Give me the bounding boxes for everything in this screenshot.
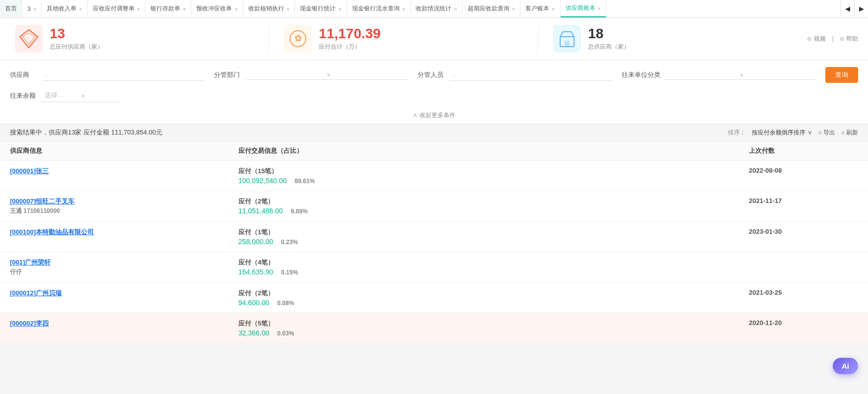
transaction-amount: 100,092,540.00	[238, 177, 287, 185]
table-row: [000001]张三 应付（15笔） 100,092,540.00 89.61%…	[0, 161, 868, 191]
last-payment-cell: 2021-11-17	[749, 197, 858, 204]
col-header-transaction: 应付交易信息（占比）	[238, 146, 749, 155]
table-body: [000001]张三 应付（15笔） 100,092,540.00 89.61%…	[0, 161, 868, 343]
nav-item-overdue-ar[interactable]: 超期应收款查询 ×	[463, 0, 520, 17]
query-button[interactable]: 查询	[825, 67, 858, 83]
nav-item-prepaid-ar[interactable]: 预收冲应收单 ×	[191, 0, 243, 17]
transaction-cell: 应付（1笔） 258,000.00 0.23%	[238, 228, 749, 246]
table-header: 供应商信息 应付交易信息（占比） 上次付数	[0, 141, 868, 161]
table-row: [000012]广州贝瑞 应付（2笔） 94,600.00 0.08% 2021…	[0, 283, 868, 313]
stat-block-payable-suppliers: 13 总应付供应商（家）	[10, 25, 269, 53]
close-icon[interactable]: ×	[79, 6, 82, 12]
chevron-down-icon: ∨	[740, 72, 812, 77]
supplier-info-cell: [000007]恒旺二手叉车 王通 17106110000	[10, 197, 238, 215]
result-bar: 搜索结果中，供应商13家 应付金额 111,703,854.00元 排序： 按应…	[0, 124, 868, 141]
close-icon[interactable]: ×	[454, 6, 457, 12]
stat-block-total-suppliers: 18 总供应商（家）	[538, 25, 807, 53]
nav-item-ar-ap-adjust[interactable]: 应收应付调整单 ×	[88, 0, 145, 17]
nav-item-other-income[interactable]: 其他收入单 ×	[42, 0, 87, 17]
stat-number-suppliers: 18	[588, 26, 630, 42]
close-icon[interactable]: ×	[338, 6, 341, 12]
transaction-cell: 应付（4笔） 164,635.90 0.15%	[238, 258, 749, 276]
supplier-link[interactable]: [000012]广州贝瑞	[10, 289, 62, 297]
refresh-button[interactable]: ○ 刷新	[841, 129, 858, 137]
export-button[interactable]: ○ 导出	[818, 129, 835, 137]
transaction-pct: 0.15%	[281, 269, 298, 276]
balance-select[interactable]: 选择... ∨	[42, 89, 121, 102]
divider: ｜	[830, 35, 836, 43]
transaction-amount: 32,366.00	[238, 329, 269, 337]
last-payment-date: 2021-11-17	[749, 197, 782, 204]
close-icon[interactable]: ×	[402, 6, 405, 12]
category-select[interactable]: ∨	[664, 70, 816, 80]
wheat-icon: ✿	[284, 25, 312, 53]
transaction-amount: 258,000.00	[238, 238, 273, 246]
stat-block-payable-total: ✿ 11,170.39 应付合计（万）	[269, 25, 538, 53]
last-payment-cell: 2023-01-30	[749, 228, 858, 235]
person-label: 分管人员	[418, 70, 445, 79]
nav-item-customer-ledger[interactable]: 客户账本 ×	[520, 0, 560, 17]
balance-field: 往来余额 选择... ∨	[10, 89, 139, 102]
transaction-amount: 94,600.00	[238, 299, 269, 307]
supplier-name: [000012]广州贝瑞	[10, 289, 238, 298]
nav-item-bank-deposit[interactable]: 银行存款单 ×	[145, 0, 191, 17]
chevron-down-icon: ∨	[327, 72, 405, 77]
close-icon[interactable]: ×	[33, 6, 36, 12]
last-payment-date: 2021-03-25	[749, 289, 782, 296]
supplier-name: [000100]本特勤油品有限公司	[10, 228, 238, 237]
nav-arrow-left[interactable]: ◀	[840, 0, 854, 17]
supplier-contact: 王通 17106110000	[10, 207, 238, 215]
svg-rect-5	[565, 41, 570, 47]
nav-item-supplier-ledger[interactable]: 供应商账本 ×	[561, 0, 606, 17]
table-row: [000002]李四 应付（5笔） 32,366.00 0.03% 2020-1…	[0, 313, 868, 343]
nav-item-cash-bank-stat[interactable]: 现金银行统计 ×	[295, 0, 347, 17]
close-icon[interactable]: ×	[287, 6, 289, 12]
supplier-info-cell: [000012]广州贝瑞	[10, 289, 238, 298]
search-row-2: 往来余额 选择... ∨	[10, 89, 858, 102]
search-row-1: 供应商 分管部门 ∨ 分管人员 往来单位分类 ∨ 查询	[10, 67, 858, 83]
transaction-cell: 应付（2笔） 11,051,486.00 9.89%	[238, 197, 749, 215]
balance-placeholder: 选择...	[45, 91, 81, 100]
help-link[interactable]: ⊙ 帮助	[840, 35, 858, 43]
result-actions: 排序： 按应付余额倒序排序 ∨ ○ 导出 ○ 刷新	[728, 129, 858, 137]
supplier-link[interactable]: [000002]李四	[10, 320, 49, 327]
supplier-info-cell: [000002]李四	[10, 319, 238, 328]
close-icon[interactable]: ×	[183, 6, 186, 12]
nav-item-receipt-stat[interactable]: 收款情况统计 ×	[411, 0, 462, 17]
supplier-link[interactable]: [000001]张三	[10, 167, 49, 175]
close-icon[interactable]: ×	[137, 6, 140, 12]
diamond-icon	[15, 25, 43, 53]
nav-item-home[interactable]: 首页	[0, 0, 22, 17]
stat-text-payable-suppliers: 13 总应付供应商（家）	[50, 26, 103, 51]
close-icon[interactable]: ×	[234, 6, 237, 12]
supplier-link[interactable]: [001]广州荣轩	[10, 259, 51, 266]
collapse-button[interactable]: ∧ 收起更多条件	[10, 108, 858, 124]
nav-arrow-right[interactable]: ▶	[854, 0, 868, 17]
close-icon[interactable]: ×	[512, 6, 515, 12]
dept-field: 分管部门 ∨	[214, 70, 408, 80]
transaction-label: 应付（4笔）	[238, 258, 749, 267]
transaction-pct: 89.61%	[294, 178, 315, 185]
supplier-link[interactable]: [000007]恒旺二手叉车	[10, 197, 74, 205]
supplier-link[interactable]: [000100]本特勤油品有限公司	[10, 228, 94, 236]
supplier-info-cell: [000001]张三	[10, 167, 238, 176]
supplier-info-cell: [001]广州荣轩 仔仔	[10, 258, 238, 276]
category-label: 往来单位分类	[622, 70, 660, 79]
dept-select[interactable]: ∨	[246, 70, 408, 80]
refresh-icon: ○	[841, 129, 845, 136]
close-icon[interactable]: ×	[552, 6, 555, 12]
video-link[interactable]: ⊙ 视频	[807, 35, 825, 43]
stat-label-total: 应付合计（万）	[319, 43, 381, 51]
close-icon[interactable]: ×	[598, 5, 601, 11]
sort-value[interactable]: 按应付余额倒序排序 ∨	[752, 129, 812, 137]
nav-item-tab3[interactable]: 3 ×	[22, 0, 42, 17]
supplier-input[interactable]	[42, 69, 204, 81]
nav-item-receipt-exec[interactable]: 收款核销执行 ×	[243, 0, 295, 17]
supplier-name: [000007]恒旺二手叉车	[10, 197, 238, 206]
supplier-contact: 仔仔	[10, 268, 238, 276]
stat-label-suppliers: 总供应商（家）	[588, 43, 630, 51]
svg-text:✿: ✿	[294, 33, 302, 43]
person-input[interactable]	[449, 69, 612, 81]
table-row: [000100]本特勤油品有限公司 应付（1笔） 258,000.00 0.23…	[0, 222, 868, 252]
nav-item-cash-flow[interactable]: 现金银行流水查询 ×	[347, 0, 411, 17]
